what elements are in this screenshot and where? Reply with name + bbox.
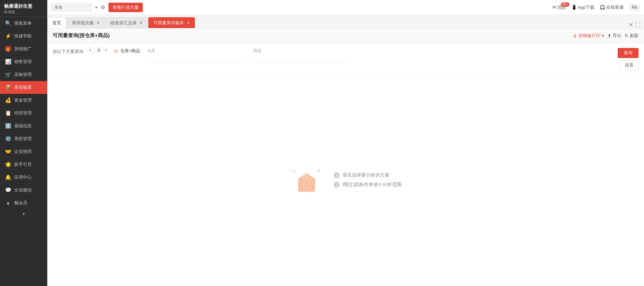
tab-inventory-batch-label: 库存批次账 xyxy=(72,20,94,26)
sidebar-item-basic-info[interactable]: ℹ️ 基础信息 xyxy=(0,120,47,132)
scheme-setting-btn[interactable]: ⚙ xyxy=(96,47,102,53)
sidebar-item-label: 企业微信 xyxy=(14,187,32,193)
empty-state: 1 请先选择要分析的方案 2 用[过滤]条件来缩小分析范围 xyxy=(47,74,644,286)
product-label: 商品 xyxy=(253,48,353,54)
scheme-controls: + ⚙ « xyxy=(87,47,107,53)
sidebar-item-label: 企业协同 xyxy=(14,149,32,155)
purchase-icon: 🛒 xyxy=(5,72,11,78)
sidebar-logo: 畅康通好生意 标准版 xyxy=(0,0,47,17)
phone-icon: 📱 xyxy=(571,5,577,10)
sidebar-item-purchase[interactable]: 🛒 采购管理 xyxy=(0,68,47,81)
svg-line-5 xyxy=(295,172,297,173)
finance-icon: 💰 xyxy=(5,97,11,103)
operations-icon: 📋 xyxy=(5,110,11,116)
tip-num-1: 1 xyxy=(334,172,340,178)
sidebar-item-label: 采购管理 xyxy=(14,72,32,78)
service-label: 在线客服 xyxy=(606,4,624,10)
sidebar-item-label: 经营管理 xyxy=(14,110,32,116)
dropdown-icon[interactable]: ▾ xyxy=(95,5,97,10)
sidebar-item-appcenter[interactable]: 🔔 应用中心 xyxy=(0,171,47,184)
close-tab-btn[interactable]: ✕ xyxy=(629,22,633,28)
sidebar-item-finance[interactable]: 💰 资金管理 xyxy=(0,94,47,107)
tab-close-icon[interactable]: ✕ xyxy=(139,21,143,25)
sidebar-item-system[interactable]: ⚙️ 系统管理 xyxy=(0,132,47,145)
tabs-bar: 首页 库存批次账 ✕ 收发存汇总表 ✕ 可用量库存账本 ✕ ✕ ⛶ xyxy=(47,15,644,28)
empty-illustration xyxy=(290,163,324,197)
add-scheme-btn[interactable]: + xyxy=(87,47,94,53)
tip-1: 1 请先选择要分析的方案 xyxy=(334,172,402,178)
sidebar-item-guide[interactable]: 🌟 新手引导 xyxy=(0,158,47,171)
page-title: 可用量查询(按仓库+商品) xyxy=(53,32,573,39)
svg-marker-1 xyxy=(298,173,315,178)
sidebar-item-label: 搜索菜单 xyxy=(14,20,32,26)
message-btn[interactable]: ✉ 消息 99+ xyxy=(552,4,566,10)
sidebar-scroll-down[interactable]: ▼ xyxy=(0,209,47,218)
query-button[interactable]: 查询 xyxy=(618,48,639,58)
sidebar-item-label: 库存核算 xyxy=(14,84,32,90)
scheme-icon: ⊙ xyxy=(114,48,118,54)
industry-btn[interactable]: 体验行业方案 xyxy=(108,3,143,12)
collab-icon: 🤝 xyxy=(5,149,11,155)
print-dropdown-icon[interactable]: ▾ xyxy=(602,33,604,38)
product-field: 商品 ··· xyxy=(253,48,353,62)
app-download-btn[interactable]: 📱 App下载 xyxy=(571,4,594,10)
topbar: ▾ ⚙ 体验行业方案 ✉ 消息 99+ 📱 App下载 🎧 在线客服 Rit xyxy=(47,0,644,15)
printer-icon: 🖨 xyxy=(573,33,577,38)
refresh-icon: ↻ xyxy=(625,33,628,38)
search-input[interactable] xyxy=(51,3,92,11)
tab-stock-summary[interactable]: 收发存汇总表 ✕ xyxy=(105,17,148,28)
message-icon: ✉ xyxy=(552,5,556,10)
print-btn[interactable]: 🖨 按模板打印 ▾ xyxy=(573,33,604,39)
tip-num-2: 2 xyxy=(334,182,340,188)
brand-name: 畅康通好生意 xyxy=(4,3,43,9)
app-download-label: App下载 xyxy=(578,4,594,10)
print-label: 按模板打印 xyxy=(578,33,600,39)
expand-btn[interactable]: ⛶ xyxy=(635,22,641,28)
settings-button[interactable]: 设置 xyxy=(620,60,639,70)
tip-text-2: 用[过滤]条件来缩小分析范围 xyxy=(342,182,402,188)
sidebar-item-sales[interactable]: 📊 销售管理 xyxy=(0,55,47,68)
refresh-btn[interactable]: ↻ 刷新 xyxy=(625,33,639,39)
appcenter-icon: 🔔 xyxy=(5,174,11,180)
wechat-icon: 💬 xyxy=(5,187,11,193)
warehouse-input[interactable] xyxy=(147,54,242,62)
svg-point-7 xyxy=(293,170,295,172)
sidebar-item-label: 资金管理 xyxy=(14,97,32,103)
sidebar-item-marketing[interactable]: 🎁 营销推广 xyxy=(0,43,47,55)
empty-tips: 1 请先选择要分析的方案 2 用[过滤]条件来缩小分析范围 xyxy=(334,172,402,188)
tab-inventory-batch[interactable]: 库存批次账 ✕ xyxy=(67,17,105,28)
marketing-icon: 🎁 xyxy=(5,46,11,52)
export-btn[interactable]: ⬆ 导出 xyxy=(608,33,621,39)
sidebar-item-collab[interactable]: 🤝 企业协同 xyxy=(0,145,47,158)
sidebar-item-members[interactable]: ♦ 畅会员 xyxy=(0,197,47,209)
sidebar-item-wechat[interactable]: 💬 企业微信 xyxy=(0,184,47,197)
sidebar-item-inventory[interactable]: 📦 库存核算 xyxy=(0,81,47,94)
tab-close-icon[interactable]: ✕ xyxy=(187,21,190,25)
warehouse-field: 仓库 ··· xyxy=(147,48,247,62)
sidebar-item-label: 畅会员 xyxy=(14,200,27,206)
filter-area: 按以下方案查询 + ⚙ « ⊙ 仓库+商品 仓库 ··· xyxy=(47,43,644,74)
filter-label: 按以下方案查询 xyxy=(53,47,83,55)
sidebar: 畅康通好生意 标准版 🔍 搜索菜单 ⚡ 快捷导航 🎁 营销推广 📊 销售管理 🛒… xyxy=(0,0,47,286)
warehouse-more-icon[interactable]: ··· xyxy=(243,56,247,61)
online-service-btn[interactable]: 🎧 在线客服 xyxy=(600,4,624,10)
empty-svg xyxy=(290,163,324,197)
tip-2: 2 用[过滤]条件来缩小分析范围 xyxy=(334,182,402,188)
warehouse-label: 仓库 xyxy=(147,48,247,54)
sidebar-item-search[interactable]: 🔍 搜索菜单 xyxy=(0,17,47,30)
user-avatar[interactable]: Rit xyxy=(629,4,640,11)
search-icon: 🔍 xyxy=(5,20,11,26)
tab-close-icon[interactable]: ✕ xyxy=(97,21,100,25)
settings-icon[interactable]: ⚙ xyxy=(101,4,105,10)
sales-icon: 📊 xyxy=(5,59,11,65)
product-input[interactable] xyxy=(253,54,348,62)
sidebar-item-operations[interactable]: 📋 经营管理 xyxy=(0,107,47,120)
tab-home[interactable]: 首页 xyxy=(47,17,66,28)
tab-available-stock[interactable]: 可用量库存账本 ✕ xyxy=(148,17,195,28)
collapse-btn[interactable]: « xyxy=(104,47,107,53)
sidebar-item-quicknav[interactable]: ⚡ 快捷导航 xyxy=(0,30,47,43)
svg-point-3 xyxy=(303,183,305,185)
scheme-item-warehouse[interactable]: ⊙ 仓库+商品 xyxy=(111,47,144,55)
product-more-icon[interactable]: ··· xyxy=(349,56,353,61)
sidebar-item-label: 应用中心 xyxy=(14,174,32,180)
